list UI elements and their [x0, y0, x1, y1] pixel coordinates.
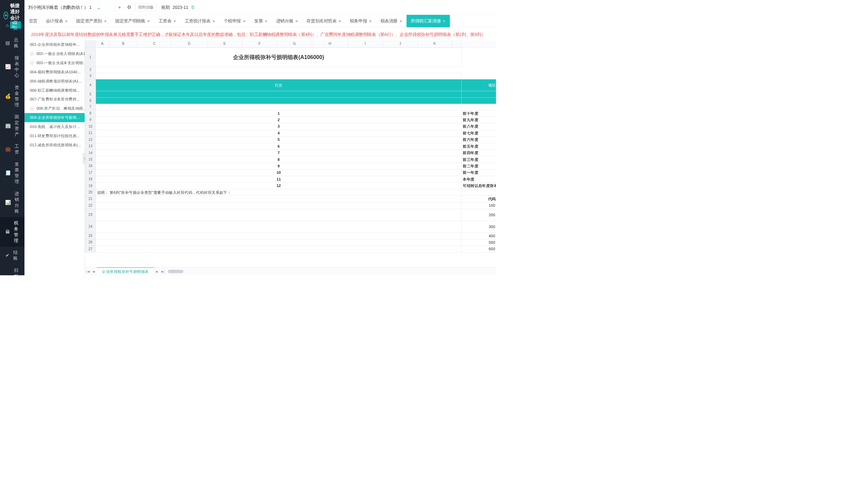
- switch-old-button[interactable]: 切到旧版: [135, 3, 157, 11]
- row-number[interactable]: 22: [85, 202, 95, 209]
- close-icon[interactable]: ✕: [104, 19, 107, 23]
- cell[interactable]: 3: [96, 123, 462, 130]
- close-icon[interactable]: ✕: [265, 19, 268, 23]
- h-scrollbar[interactable]: [166, 270, 496, 273]
- collapse-handle-icon[interactable]: «: [83, 153, 86, 164]
- cell[interactable]: 2: [96, 117, 462, 123]
- cell[interactable]: [96, 209, 462, 221]
- report-item[interactable]: 012-减免所得税优惠明细表(...: [24, 141, 85, 150]
- row-number[interactable]: 6: [85, 98, 95, 104]
- row-number[interactable]: 24: [85, 221, 95, 233]
- row-number[interactable]: 4: [85, 79, 95, 91]
- cell[interactable]: 行次: [96, 79, 462, 91]
- tab[interactable]: 所得税汇算清缴✕: [407, 15, 450, 27]
- close-icon[interactable]: ✕: [369, 19, 372, 23]
- close-icon[interactable]: ✕: [338, 19, 341, 23]
- tab[interactable]: 工资表✕: [154, 15, 180, 27]
- row-number[interactable]: 1: [85, 48, 95, 67]
- cell[interactable]: 代码: [462, 196, 496, 202]
- close-icon[interactable]: ✕: [443, 19, 446, 23]
- report-item[interactable]: 002-一般企业收入明细表(A10...: [24, 49, 85, 58]
- cell[interactable]: 前六年度: [462, 136, 496, 143]
- row-number[interactable]: 23: [85, 209, 95, 221]
- nav-item-fund[interactable]: 💰资金管理: [0, 81, 24, 111]
- tab[interactable]: 发票✕: [250, 15, 272, 27]
- report-item[interactable]: 004-期间费用明细表(A1040...: [24, 68, 85, 77]
- nav-item-tax[interactable]: 🏛税务管理: [0, 217, 24, 247]
- cell[interactable]: 前二年度: [462, 163, 496, 169]
- sheet-next-icon[interactable]: ▶: [154, 270, 160, 273]
- cell[interactable]: 前十年度: [462, 110, 496, 116]
- gear-icon[interactable]: ⚙: [126, 4, 133, 11]
- cell[interactable]: 200: [462, 209, 496, 221]
- cell[interactable]: [462, 104, 496, 110]
- report-item[interactable]: 001-企业所得税年度纳税申...: [24, 40, 85, 49]
- sheet-first-icon[interactable]: |◀: [85, 270, 91, 273]
- report-item[interactable]: 009-企业所得税弥补亏损明...: [24, 113, 85, 122]
- col-header[interactable]: K: [418, 40, 452, 47]
- tab[interactable]: 首页: [24, 15, 41, 27]
- cell[interactable]: 10: [96, 169, 462, 176]
- account-selector[interactable]: 刘小艳演示账套（勿删勿动！） 1: [28, 4, 91, 10]
- col-header[interactable]: A: [96, 40, 109, 47]
- chevron-down-icon[interactable]: ⌄: [94, 4, 103, 11]
- col-header[interactable]: E: [207, 40, 242, 47]
- row-number[interactable]: 11: [85, 130, 95, 136]
- tab[interactable]: 存货别名对照表✕: [302, 15, 346, 27]
- report-item[interactable]: 006-职工薪酬纳税调整明细...: [24, 86, 85, 95]
- row-number[interactable]: 21: [85, 196, 95, 202]
- nav-item-home[interactable]: ⌂首页: [0, 16, 24, 34]
- close-icon[interactable]: ✕: [295, 19, 298, 23]
- close-icon[interactable]: ✕: [173, 19, 176, 23]
- report-item[interactable]: 008-资产折旧、摊销及纳税...: [24, 104, 85, 113]
- nav-item-archive[interactable]: 🗄归档管理: [0, 264, 24, 275]
- cell[interactable]: 说明： 第6列"弥补亏损企业类型"需要手动输入对应代码，代码对应关系如下：: [96, 189, 462, 196]
- nav-item-report[interactable]: 📈报表中心: [0, 52, 24, 81]
- sheet-tab[interactable]: 企业所得税弥补亏损明细表: [96, 267, 154, 275]
- cell[interactable]: [462, 91, 496, 97]
- cell[interactable]: 项目: [462, 79, 496, 91]
- row-number[interactable]: 7: [85, 104, 95, 110]
- cell[interactable]: 9: [96, 163, 462, 169]
- row-number[interactable]: 18: [85, 176, 95, 182]
- cell[interactable]: 前八年度: [462, 123, 496, 130]
- cell[interactable]: 5: [96, 136, 462, 143]
- cell[interactable]: [96, 67, 462, 73]
- cell[interactable]: 12: [96, 183, 462, 189]
- row-number[interactable]: 9: [85, 117, 95, 123]
- close-icon[interactable]: ✕: [243, 19, 246, 23]
- cell[interactable]: [96, 221, 462, 233]
- nav-item-close-period[interactable]: ✔结账: [0, 247, 24, 265]
- cell[interactable]: 300: [462, 221, 496, 233]
- tab[interactable]: 税表清册✕: [376, 15, 407, 27]
- tab[interactable]: 固定资产明细账✕: [111, 15, 154, 27]
- nav-item-ledger[interactable]: ▤总账: [0, 34, 24, 52]
- row-number[interactable]: 20: [85, 189, 95, 196]
- report-item[interactable]: 007-广告费和业务宣传费跨...: [24, 95, 85, 104]
- row-number[interactable]: 16: [85, 163, 95, 169]
- col-header[interactable]: H: [312, 40, 348, 47]
- cell[interactable]: 600: [462, 246, 496, 252]
- cell[interactable]: [96, 239, 462, 246]
- row-number[interactable]: 13: [85, 143, 95, 149]
- cell[interactable]: [96, 196, 462, 202]
- cell[interactable]: [96, 202, 462, 209]
- row-number[interactable]: 2: [85, 67, 95, 73]
- col-header[interactable]: G: [277, 40, 312, 47]
- cell[interactable]: 前四年度: [462, 150, 496, 156]
- report-item[interactable]: 005-纳税调整项目明细表(A1...: [24, 77, 85, 86]
- nav-item-journal[interactable]: 📊进销台账: [0, 188, 24, 217]
- col-header[interactable]: F: [242, 40, 277, 47]
- cell[interactable]: 7: [96, 150, 462, 156]
- close-icon[interactable]: ✕: [147, 19, 150, 23]
- cell[interactable]: [96, 91, 462, 97]
- cell[interactable]: [96, 73, 462, 79]
- tab[interactable]: 工资统计报表✕: [180, 15, 219, 27]
- nav-item-salary[interactable]: 💼工资: [0, 141, 24, 159]
- report-item[interactable]: 011-研发费用加计扣除优惠...: [24, 131, 85, 141]
- cell[interactable]: [96, 104, 462, 110]
- report-item[interactable]: 003-一般企业成本支出明细...: [24, 58, 85, 68]
- tab[interactable]: 税务申报✕: [346, 15, 376, 27]
- close-icon[interactable]: ✕: [212, 19, 215, 23]
- report-item[interactable]: 010-免税、减计收入及加计...: [24, 122, 85, 131]
